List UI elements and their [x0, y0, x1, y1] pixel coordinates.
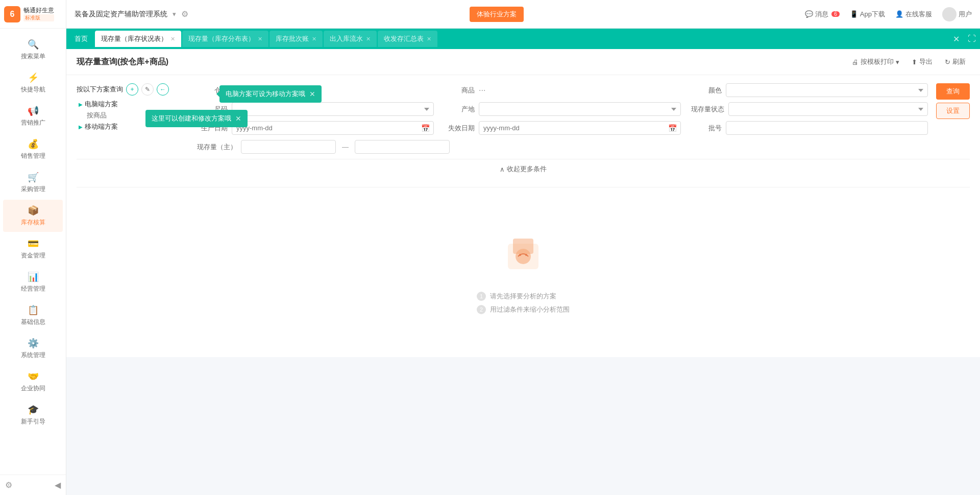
sidebar-item-label: 搜索菜单 [21, 52, 45, 61]
filter-label: 按以下方案查询 [77, 85, 123, 94]
prod-date-calendar-icon[interactable]: 📅 [421, 124, 430, 132]
message-label: 消息 [815, 10, 828, 19]
stock-main-from[interactable] [241, 140, 336, 154]
tab-inventory-dist[interactable]: 现存量（库存分布表） ✕ [182, 31, 268, 47]
tab-inventory-dist-close[interactable]: ✕ [258, 36, 262, 42]
tab-inventory-status[interactable]: 现存量（库存状况表） ✕ [95, 31, 181, 47]
exp-date-input[interactable] [479, 121, 681, 135]
export-btn[interactable]: ⬆ 导出 [908, 55, 937, 68]
collapse-bar[interactable]: ∧ 收起更多条件 [77, 159, 970, 179]
print-dropdown-icon: ▾ [896, 58, 899, 66]
color-field: 颜色 [691, 83, 928, 97]
sidebar-item-marketing[interactable]: 📢 营销推广 [3, 100, 63, 132]
pc-scheme-label: 电脑端方案 [85, 100, 118, 109]
tab-home[interactable]: 首页 [68, 31, 94, 47]
tab-inventory-status-close[interactable]: ✕ [170, 36, 175, 42]
refresh-btn[interactable]: ↻ 刷新 [941, 55, 970, 68]
edit-scheme-btn[interactable]: ✎ [141, 83, 154, 96]
tip-text-2: 用过滤条件来缩小分析范围 [490, 303, 570, 316]
print-label: 按模板打印 [861, 57, 894, 66]
message-badge: 6 [831, 11, 840, 17]
color-select[interactable] [726, 83, 928, 97]
sidebar-item-label: 新手引导 [21, 417, 45, 426]
refresh-label: 刷新 [952, 57, 966, 66]
settings-bottom-btn[interactable]: ⚙ [5, 480, 12, 490]
logo-text: 畅通好生意 [23, 7, 54, 15]
exp-date-calendar-icon[interactable]: 📅 [668, 124, 677, 132]
basic-icon: 📋 [28, 304, 39, 316]
goods-more[interactable]: ··· [479, 86, 485, 95]
arrow-scheme-btn[interactable]: ← [157, 83, 169, 96]
app-download-item[interactable]: 📱 App下载 [850, 10, 885, 19]
print-template-btn[interactable]: 🖨 按模板打印 ▾ [848, 55, 903, 68]
sidebar-item-quick[interactable]: ⚡ 快捷导航 [3, 67, 63, 99]
sidebar: 6 畅通好生意 标准版 🔍 搜索菜单 ⚡ 快捷导航 📢 营销推广 💰 销售 [0, 0, 66, 495]
page-inner: 现存量查询(按仓库+商品) 🖨 按模板打印 ▾ ⬆ 导出 ↻ [66, 49, 980, 357]
sidebar-item-label: 库存核算 [21, 218, 45, 227]
empty-tip-1: 1 请先选择要分析的方案 [477, 290, 570, 303]
tab-close-all-btn[interactable]: ✕ [951, 32, 962, 46]
user-item[interactable]: 用户 [942, 7, 972, 21]
tab-bar-right: ✕ ⛶ [951, 32, 978, 46]
reset-button[interactable]: 设置 [936, 103, 970, 119]
sales-icon: 💰 [28, 138, 39, 150]
tab-batch-close[interactable]: ✕ [312, 36, 316, 42]
tab-collect[interactable]: 收发存汇总表 ✕ [378, 31, 437, 47]
stock-status-select[interactable] [728, 102, 928, 116]
message-item[interactable]: 💬 消息 6 [805, 10, 840, 19]
print-icon: 🖨 [852, 58, 859, 66]
add-scheme-btn[interactable]: + [126, 83, 138, 96]
sidebar-item-guide[interactable]: 🎓 新手引导 [3, 399, 63, 431]
tab-inout-close[interactable]: ✕ [366, 36, 371, 42]
system-icon: ⚙️ [28, 338, 39, 349]
query-button[interactable]: 查询 [936, 83, 970, 100]
batch-input[interactable] [726, 121, 928, 135]
caret-icon: ▶ [79, 102, 83, 107]
tooltip-scheme-close[interactable]: ✕ [309, 90, 315, 98]
exp-date-input-wrapper: 📅 [479, 121, 681, 135]
origin-select[interactable] [479, 102, 681, 116]
support-item[interactable]: 👤 在线客服 [895, 10, 932, 19]
sidebar-item-purchase[interactable]: 🛒 采购管理 [3, 167, 63, 199]
finance-icon: 💳 [28, 238, 39, 249]
sidebar-item-sales[interactable]: 💰 销售管理 [3, 133, 63, 166]
tab-collect-close[interactable]: ✕ [427, 36, 431, 42]
tab-batch-label: 库存批次账 [276, 34, 309, 43]
page-title: 现存量查询(按仓库+商品) [77, 57, 168, 67]
pc-scheme-item[interactable]: ▶ 电脑端方案 [79, 100, 189, 109]
prod-date-input-wrapper: 📅 [232, 121, 434, 135]
tab-inout[interactable]: 出入库流水 ✕ [324, 31, 377, 47]
batch-field: 批号 [691, 121, 928, 135]
exp-date-field: 失效日期 📅 [444, 121, 681, 135]
tooltip-create-close[interactable]: ✕ [235, 114, 241, 123]
trial-button[interactable]: 体验行业方案 [470, 7, 524, 22]
size-select[interactable] [232, 102, 434, 116]
header-gear-icon[interactable]: ⚙ [181, 9, 188, 19]
page-actions: 🖨 按模板打印 ▾ ⬆ 导出 ↻ 刷新 [848, 55, 970, 68]
tooltip-scheme-text: 电脑方案可设为移动方案哦 [226, 89, 305, 99]
origin-label: 产地 [444, 105, 475, 114]
inventory-icon: 📦 [28, 205, 39, 216]
stock-main-to[interactable] [355, 140, 450, 154]
collapse-sidebar-btn[interactable]: ◀ [55, 480, 61, 490]
header-dropdown-icon[interactable]: ▾ [173, 10, 176, 18]
sidebar-item-search[interactable]: 🔍 搜索菜单 [3, 34, 63, 66]
sidebar-item-basic[interactable]: 📋 基础信息 [3, 299, 63, 332]
tooltip-scheme: 电脑方案可设为移动方案哦 ✕ [219, 85, 322, 103]
sidebar-item-operation[interactable]: 📊 经营管理 [3, 266, 63, 298]
sidebar-item-enterprise[interactable]: 🤝 企业协同 [3, 366, 63, 398]
sidebar-item-label: 采购管理 [21, 185, 45, 194]
tab-home-label: 首页 [75, 34, 88, 43]
tab-batch[interactable]: 库存批次账 ✕ [270, 31, 323, 47]
header-right: 💬 消息 6 📱 App下载 👤 在线客服 用户 [805, 7, 972, 21]
page-header: 现存量查询(按仓库+商品) 🖨 按模板打印 ▾ ⬆ 导出 ↻ [66, 49, 980, 75]
sidebar-item-label: 销售管理 [21, 152, 45, 160]
sidebar-item-inventory[interactable]: 📦 库存核算 [3, 200, 63, 232]
tab-expand-btn[interactable]: ⛶ [966, 32, 978, 46]
sidebar-item-finance[interactable]: 💳 资金管理 [3, 233, 63, 265]
empty-tip-2: 2 用过滤条件来缩小分析范围 [477, 303, 570, 316]
prod-date-input[interactable] [232, 121, 434, 135]
top-header: 装备及固定资产辅助管理系统 ▾ ⚙ 体验行业方案 💬 消息 6 📱 App下载 … [66, 0, 980, 29]
sidebar-item-system[interactable]: ⚙️ 系统管理 [3, 333, 63, 365]
tooltip-create-text: 这里可以创建和修改方案哦 [152, 114, 231, 123]
